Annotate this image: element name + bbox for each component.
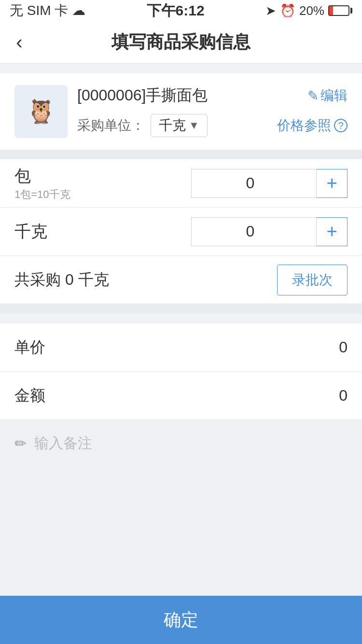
kg-main-label: 千克 [14,221,72,243]
status-time: 下午6:12 [147,1,205,21]
section-divider-1 [0,150,362,159]
unit-label: 采购单位： [77,116,145,135]
back-arrow-icon: ‹ [16,31,22,53]
page-title: 填写商品采购信息 [111,30,251,54]
summary-amount-value: 0 [65,271,74,288]
price-ref-label: 价格参照 [277,116,331,135]
unit-price-label: 单价 [14,337,45,358]
product-image: 🦉 [14,85,68,138]
edit-button[interactable]: ✎ 编辑 [307,86,348,105]
bag-input-row: 包 1包=10千克 + [0,159,362,208]
price-section: 单价 0 金额 0 [0,323,362,420]
summary-row: 共采购 0 千克 录批次 [0,256,362,304]
kg-plus-button[interactable]: + [317,217,348,246]
status-bar: 无 SIM 卡 ☁ 下午6:12 ➤ ⏰ 20% [0,0,362,21]
batch-record-button[interactable]: 录批次 [277,265,348,295]
edit-icon: ✎ [307,88,319,104]
bag-main-label: 包 [14,165,72,187]
status-right: ➤ ⏰ 20% [265,3,352,18]
confirm-button[interactable]: 确定 [0,596,362,644]
amount-value: 0 [339,387,348,405]
remarks-placeholder: 输入备注 [34,434,92,453]
unit-price-row: 单价 0 [0,323,362,372]
purchase-unit-row: 采购单位： 千克 ▼ 价格参照 ? [77,114,348,137]
sim-status: 无 SIM 卡 ☁ [10,1,85,20]
product-name: [0000006]手撕面包 [77,85,208,106]
status-left: 无 SIM 卡 ☁ [10,1,85,20]
kg-input-right: + [72,217,348,246]
kg-input-row: 千克 + [0,208,362,256]
bag-quantity-input[interactable] [191,169,317,198]
product-code: [0000006] [77,86,146,104]
amount-label: 金额 [14,385,45,406]
nav-bar: ‹ 填写商品采购信息 [0,21,362,64]
amount-row: 金额 0 [0,372,362,420]
alarm-icon: ⏰ [280,3,295,18]
battery-indicator [328,5,352,16]
back-button[interactable]: ‹ [0,21,39,64]
edit-label: 编辑 [320,86,348,105]
pencil-icon: ✏ [14,435,27,452]
battery-percent: 20% [299,3,324,18]
product-name-row: [0000006]手撕面包 ✎ 编辑 [77,85,348,106]
summary-unit-text: 千克 [78,271,109,288]
summary-prefix: 共采购 [14,271,61,288]
kg-label-group: 千克 [14,221,72,243]
input-section: 包 1包=10千克 + 千克 + 共采购 0 千克 录批次 [0,159,362,304]
product-title: 手撕面包 [146,86,208,104]
summary-text: 共采购 0 千克 [14,269,109,291]
bag-label-group: 包 1包=10千克 [14,165,72,202]
product-owl-icon: 🦉 [27,98,56,125]
product-info: [0000006]手撕面包 ✎ 编辑 采购单位： 千克 ▼ 价格参照 ? [77,85,348,137]
unit-price-value: 0 [339,338,348,356]
help-icon: ? [334,119,348,132]
bag-sub-label: 1包=10千克 [14,187,72,202]
unit-value: 千克 [159,116,186,135]
price-reference-button[interactable]: 价格参照 ? [277,116,348,135]
section-divider-2 [0,304,362,314]
remarks-section[interactable]: ✏ 输入备注 [0,420,362,467]
confirm-button-label: 确定 [164,608,198,632]
kg-quantity-input[interactable] [191,217,317,246]
bag-input-right: + [72,169,348,198]
location-icon: ➤ [265,3,276,18]
unit-selector[interactable]: 千克 ▼ [151,114,208,137]
product-card: 🦉 [0000006]手撕面包 ✎ 编辑 采购单位： 千克 ▼ 价格参照 ? [0,73,362,150]
chevron-down-icon: ▼ [189,119,199,132]
bag-plus-button[interactable]: + [317,169,348,198]
